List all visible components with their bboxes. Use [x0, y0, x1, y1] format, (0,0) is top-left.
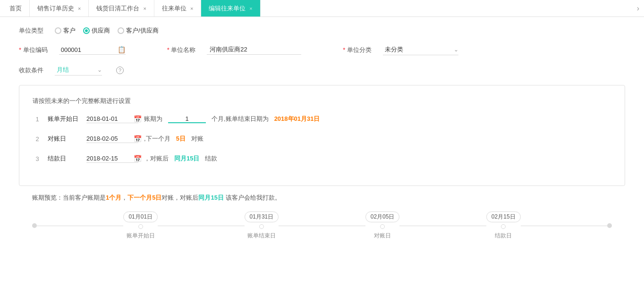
unit-name-input[interactable]: [207, 45, 301, 55]
timeline-node-0: 01月01日 账单开始日: [123, 211, 158, 240]
radio-label-customer: 客户: [63, 26, 76, 35]
unit-classify-dropdown[interactable]: 未分类 ⌄: [383, 44, 458, 55]
unit-code-field[interactable]: 📋: [59, 45, 126, 55]
start-date-input[interactable]: [86, 115, 132, 122]
timeline: 01月01日 账单开始日 01月31日 账单结束日 02月05日 对账日 0: [32, 211, 612, 240]
timeline-label-1: 账单结束日: [247, 232, 276, 240]
timeline-dot-0: [138, 224, 143, 229]
preview-suffix: 该客户会给我打款。: [224, 194, 281, 201]
preview-part1: 1个月: [106, 194, 121, 201]
period-settings-box: 请按照未来的一个完整帐期进行设置 1 账单开始日 📅 账期为 个月,账单结束日期…: [19, 85, 625, 186]
date-row-3: 3 结款日 📅 ，对账后同月15日结款: [33, 154, 611, 163]
tab-edit-partner[interactable]: 编辑往来单位 ×: [201, 0, 260, 17]
timeline-badge-0: 01月01日: [123, 211, 158, 222]
payment-term-select[interactable]: 月结 ⌄: [55, 65, 102, 76]
period-end-date: 2018年01月31日: [274, 115, 320, 123]
payment-term-label: 收款条件: [19, 66, 43, 75]
reconcile-date-input[interactable]: [86, 135, 132, 142]
chevron-down-icon: ⌄: [97, 67, 102, 73]
radio-supplier[interactable]: 供应商: [83, 26, 110, 35]
section-title: 请按照未来的一个完整帐期进行设置: [33, 97, 611, 105]
timeline-start-dot: [32, 223, 37, 228]
unit-name-label: 单位名称: [167, 46, 196, 54]
preview-middle2: 对账，对账后: [161, 194, 198, 201]
timeline-label-3: 结款日: [495, 232, 512, 240]
payment-date-label: 结款日: [48, 154, 81, 163]
chevron-down-icon: ⌄: [454, 46, 458, 53]
timeline-dot-3: [501, 224, 506, 229]
timeline-line-3: [399, 226, 486, 226]
timeline-line-1: [158, 226, 244, 226]
row-num-1: 1: [33, 116, 42, 123]
tab-sales-history-label: 销售订单历史: [37, 4, 74, 13]
unit-info-row: 单位编码 📋 单位名称 单位分类 未分类 ⌄: [19, 44, 625, 55]
tab-partner[interactable]: 往来单位 ×: [154, 0, 201, 17]
payment-hint-suffix: 结款: [205, 154, 217, 163]
timeline-label-0: 账单开始日: [127, 232, 155, 240]
radio-customer[interactable]: 客户: [55, 26, 76, 35]
period-value-input[interactable]: [168, 115, 206, 123]
start-date-input-wrap[interactable]: 📅: [86, 115, 138, 123]
payment-term-value: 月结: [55, 65, 95, 75]
tab-cash-work[interactable]: 钱货日清工作台 ×: [89, 0, 154, 17]
radio-circle-customer: [55, 27, 61, 34]
timeline-line-2: [279, 226, 365, 226]
preview-part3: 同月15日: [198, 194, 223, 201]
unit-type-label: 单位类型: [19, 26, 43, 35]
reconcile-hint-highlight: 5日: [176, 135, 186, 143]
preview-part2: 下一个月5日: [127, 194, 161, 201]
payment-date-input-wrap[interactable]: 📅: [86, 155, 138, 163]
tab-edit-partner-label: 编辑往来单位: [209, 4, 246, 13]
radio-label-customer-supplier: 客户/供应商: [126, 26, 159, 35]
reconcile-date-input-wrap[interactable]: 📅: [86, 135, 138, 143]
unit-code-input[interactable]: [59, 45, 116, 54]
unit-code-label: 单位编码: [19, 46, 48, 54]
period-unit-text: 个月,账单结束日期为: [212, 115, 269, 123]
timeline-line-0: [37, 226, 123, 226]
radio-label-supplier: 供应商: [92, 26, 110, 35]
unit-type-row: 单位类型 客户 供应商 客户/供应商: [19, 26, 625, 35]
row-num-2: 2: [33, 135, 42, 143]
payment-date-input[interactable]: [86, 155, 132, 162]
close-icon[interactable]: ×: [78, 6, 81, 11]
tab-sales-history[interactable]: 销售订单历史 ×: [30, 0, 89, 17]
tab-home-label: 首页: [9, 4, 22, 13]
timeline-node-1: 01月31日 账单结束日: [245, 211, 279, 240]
date-row-1: 1 账单开始日 📅 账期为 个月,账单结束日期为 2018年01月31日: [33, 115, 611, 123]
timeline-node-2: 02月05日 对账日: [365, 211, 400, 240]
close-icon[interactable]: ×: [249, 6, 252, 11]
preview-prefix: 账期预览：当前客户账期是: [32, 194, 106, 201]
timeline-dot-1: [259, 224, 264, 229]
radio-circle-customer-supplier: [118, 27, 124, 34]
unit-classify-label: 单位分类: [343, 46, 372, 54]
main-content: 单位类型 客户 供应商 客户/供应商 单位编码 📋 单位名称 单位分类: [0, 17, 644, 287]
timeline-line-4: [521, 226, 607, 226]
calendar-icon-3[interactable]: 📅: [134, 155, 142, 162]
reconcile-date-label: 对账日: [48, 135, 81, 143]
timeline-badge-3: 02月15日: [486, 211, 521, 222]
period-label: 账期为: [144, 115, 162, 123]
date-row-2: 2 对账日 📅 ,下一个月5日对账: [33, 135, 611, 143]
close-icon[interactable]: ×: [143, 6, 146, 11]
tab-cash-work-label: 钱货日清工作台: [96, 4, 139, 13]
timeline-dot-2: [380, 224, 385, 229]
calendar-icon-2[interactable]: 📅: [134, 135, 142, 143]
radio-circle-supplier: [83, 27, 90, 34]
help-icon[interactable]: ?: [116, 67, 124, 74]
timeline-badge-1: 01月31日: [245, 211, 279, 222]
tab-home[interactable]: 首页: [0, 0, 30, 17]
close-icon[interactable]: ×: [190, 6, 193, 11]
copy-icon[interactable]: 📋: [118, 46, 126, 53]
start-date-label: 账单开始日: [48, 115, 81, 123]
calendar-icon-1[interactable]: 📅: [134, 115, 142, 123]
tab-scroll-arrow[interactable]: ›: [632, 0, 644, 17]
preview-text: 账期预览：当前客户账期是1个月，下一个月5日对账，对账后同月15日 该客户会给我…: [32, 194, 612, 202]
payment-term-row: 收款条件 月结 ⌄ ?: [19, 65, 625, 76]
radio-group-unit-type: 客户 供应商 客户/供应商: [55, 26, 159, 35]
row-num-3: 3: [33, 155, 42, 162]
payment-hint-highlight: 同月15日: [174, 154, 199, 163]
timeline-left-dot: [32, 223, 37, 228]
reconcile-hint-prefix: ,下一个月: [144, 135, 170, 143]
preview-section: 账期预览：当前客户账期是1个月，下一个月5日对账，对账后同月15日 该客户会给我…: [19, 186, 625, 247]
radio-customer-supplier[interactable]: 客户/供应商: [118, 26, 159, 35]
